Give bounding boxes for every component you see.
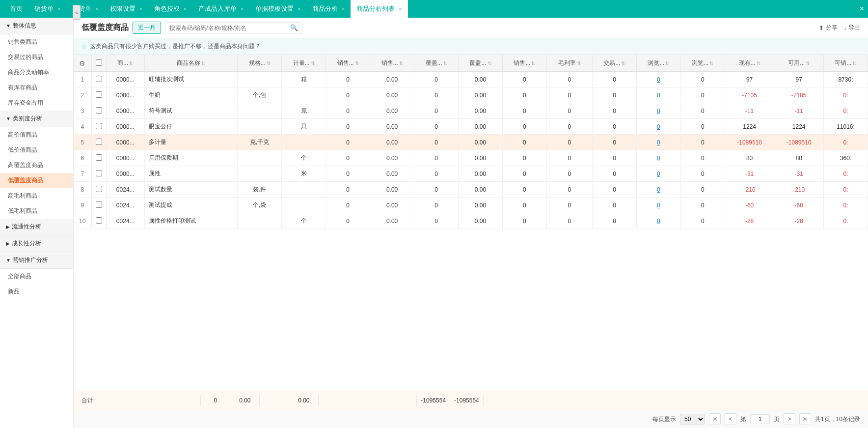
col-browse2-header[interactable]: 浏览...⇅ [680, 55, 725, 72]
sidebar-collapse-button[interactable]: « [73, 5, 81, 20]
select-all-checkbox[interactable] [96, 59, 102, 66]
cell-check[interactable] [91, 213, 106, 229]
cell-browse1[interactable]: 0 [636, 182, 680, 198]
col-gross-sort[interactable]: ⇅ [577, 60, 581, 66]
nav-purchase-close[interactable]: × [95, 6, 98, 12]
cell-check[interactable] [91, 87, 106, 103]
row-checkbox[interactable] [96, 76, 102, 82]
col-sales-qty-sort[interactable]: ⇅ [355, 60, 359, 66]
col-sales3-header[interactable]: 销售...⇅ [502, 55, 546, 72]
row-checkbox[interactable] [96, 154, 102, 161]
col-browse1-sort[interactable]: ⇅ [665, 60, 669, 66]
sidebar-item-high-value[interactable]: 高价值商品 [0, 127, 73, 143]
export-button[interactable]: ↓ 导出 [843, 24, 860, 32]
filter-recent-month-button[interactable]: 近一月 [133, 22, 161, 34]
cell-browse1[interactable]: 0 [636, 103, 680, 119]
cell-check[interactable] [91, 198, 106, 213]
page-number-input[interactable] [750, 414, 770, 424]
cell-check[interactable] [91, 119, 106, 135]
col-browse2-sort[interactable]: ⇅ [709, 60, 713, 66]
sidebar-item-new-goods[interactable]: 新品 [0, 284, 73, 299]
cell-browse1[interactable]: 0 [636, 213, 680, 229]
cell-check[interactable] [91, 150, 106, 166]
close-all-button[interactable]: × [860, 4, 864, 13]
col-current-sort[interactable]: ⇅ [757, 60, 760, 66]
nav-goods-analysis-list[interactable]: 商品分析列表 × [351, 0, 407, 18]
share-button[interactable]: ⬆ 分享 [819, 24, 838, 32]
page-size-select[interactable]: 50 100 200 [680, 414, 705, 425]
nav-sales[interactable]: 销货单 × [28, 0, 66, 18]
nav-goods-analysis[interactable]: 商品分析 × [306, 0, 351, 18]
sidebar-section-liquidity[interactable]: ▶ 流通性分析 [0, 219, 73, 235]
sidebar-item-high-margin[interactable]: 高毛利商品 [0, 188, 73, 203]
cell-browse1[interactable]: 0 [636, 166, 680, 182]
col-browse1-header[interactable]: 浏览...⇅ [636, 55, 680, 72]
col-trade-sort[interactable]: ⇅ [621, 60, 625, 66]
col-available-sort[interactable]: ⇅ [806, 60, 810, 66]
row-checkbox[interactable] [96, 217, 102, 224]
row-checkbox[interactable] [96, 139, 102, 145]
sidebar-item-traded-goods[interactable]: 交易过的商品 [0, 50, 73, 65]
row-checkbox[interactable] [96, 201, 102, 208]
sidebar-item-category-sales-rate[interactable]: 商品分类动销率 [0, 65, 73, 80]
sidebar-section-growth[interactable]: ▶ 成长性分析 [0, 235, 73, 252]
nav-goods-analysis-close[interactable]: × [342, 6, 345, 12]
col-code-header[interactable]: 商...⇅ [106, 55, 144, 72]
col-cover1-header[interactable]: 覆盖...⇅ [414, 55, 459, 72]
col-gross-header[interactable]: 毛利率⇅ [546, 55, 592, 72]
nav-goods-list-close[interactable]: × [399, 6, 402, 12]
row-checkbox[interactable] [96, 170, 102, 176]
row-checkbox[interactable] [96, 186, 102, 192]
sidebar-item-stock-capital[interactable]: 库存资金占用 [0, 95, 73, 111]
row-checkbox[interactable] [96, 91, 102, 98]
row-checkbox[interactable] [96, 123, 102, 129]
sidebar-section-overall[interactable]: ▼ 整体信息 [0, 18, 73, 34]
col-code-sort[interactable]: ⇅ [129, 60, 133, 66]
search-input[interactable] [169, 25, 290, 31]
col-saleable-header[interactable]: 可销...⇅ [823, 55, 868, 72]
sidebar-item-in-stock[interactable]: 有库存商品 [0, 80, 73, 95]
row-checkbox[interactable] [96, 107, 102, 114]
nav-template-close[interactable]: × [298, 6, 300, 12]
col-sales-amt-header[interactable]: 销售...⇅ [370, 55, 414, 72]
sidebar-item-sales-goods[interactable]: 销售类商品 [0, 34, 73, 50]
cell-browse1[interactable]: 0 [636, 198, 680, 213]
sidebar-item-all-goods[interactable]: 全部商品 [0, 269, 73, 284]
search-icon[interactable]: 🔍 [290, 24, 298, 31]
settings-icon[interactable]: ⚙ [79, 59, 85, 67]
col-trade-header[interactable]: 交易...⇅ [593, 55, 637, 72]
col-sales3-sort[interactable]: ⇅ [531, 60, 535, 66]
col-cover2-sort[interactable]: ⇅ [488, 60, 491, 66]
nav-sales-close[interactable]: × [57, 6, 60, 12]
col-name-sort[interactable]: ⇅ [201, 60, 205, 66]
sidebar-item-low-margin[interactable]: 低毛利商品 [0, 203, 73, 219]
nav-role-auth[interactable]: 角色授权 × [148, 0, 192, 18]
cell-check[interactable] [91, 135, 106, 150]
cell-browse1[interactable]: 0 [636, 87, 680, 103]
cell-check[interactable] [91, 182, 106, 198]
nav-permissions[interactable]: 权限设置 × [104, 0, 148, 18]
col-cover2-header[interactable]: 覆盖...⇅ [459, 55, 503, 72]
col-available-header[interactable]: 可用...⇅ [774, 55, 824, 72]
cell-browse1[interactable]: 0 [636, 135, 680, 150]
col-check-header[interactable] [91, 55, 106, 72]
col-unit-header[interactable]: 计量...⇅ [282, 55, 326, 72]
nav-home[interactable]: 首页 [4, 0, 28, 18]
nav-role-close[interactable]: × [184, 6, 187, 12]
col-sales-amt-sort[interactable]: ⇅ [399, 60, 403, 66]
cell-check[interactable] [91, 72, 106, 87]
col-name-header[interactable]: 商品名称⇅ [144, 55, 237, 72]
col-unit-sort[interactable]: ⇅ [311, 60, 315, 66]
sidebar-item-low-coverage[interactable]: 低覆盖度商品 [0, 173, 73, 188]
sidebar-item-low-value[interactable]: 低价值商品 [0, 143, 73, 158]
sidebar-section-marketing[interactable]: ▼ 营销推广分析 [0, 252, 73, 269]
nav-template[interactable]: 单据模板设置 × [249, 0, 306, 18]
prev-page-button[interactable]: < [725, 413, 736, 425]
cell-browse1[interactable]: 0 [636, 72, 680, 87]
col-saleable-sort[interactable]: ⇅ [852, 60, 856, 66]
sidebar-item-high-coverage[interactable]: 高覆盖度商品 [0, 158, 73, 173]
cell-check[interactable] [91, 103, 106, 119]
cell-browse1[interactable]: 0 [636, 150, 680, 166]
cell-browse1[interactable]: 0 [636, 119, 680, 135]
cell-check[interactable] [91, 166, 106, 182]
